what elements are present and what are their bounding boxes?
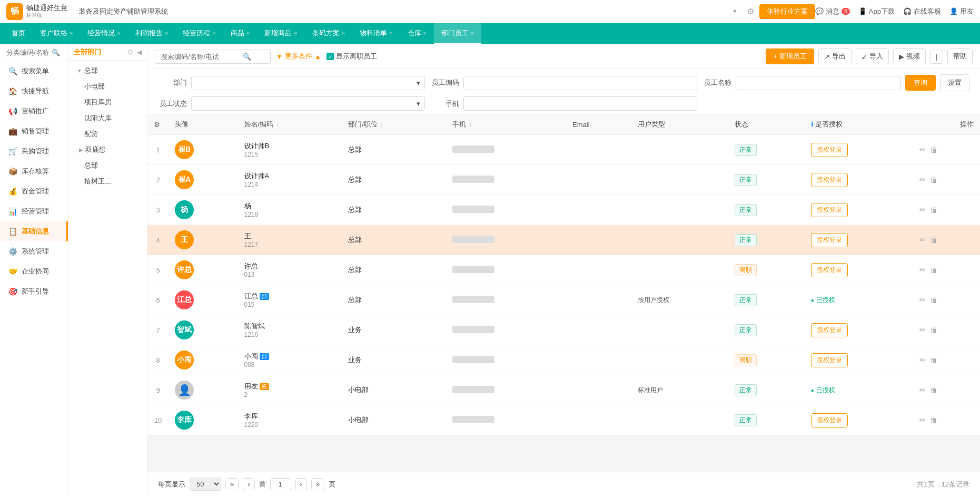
export-btn[interactable]: ↗ 导出 [818, 48, 852, 64]
close-icon[interactable]: × [117, 30, 120, 36]
dropdown-arrow-system[interactable]: ▼ [732, 8, 737, 14]
sidebar-item-sales[interactable]: 💼 销售管理 [0, 121, 68, 141]
sidebar-search-icon[interactable]: 🔍 [52, 48, 60, 56]
message-btn[interactable]: 💬 消息 6 [815, 7, 850, 16]
tab-home[interactable]: 首页 [4, 23, 33, 44]
sidebar-item-guide[interactable]: 🎯 新手引导 [0, 281, 68, 302]
dept-collapse-icon[interactable]: ◀ [137, 48, 142, 56]
sidebar-item-marketing[interactable]: 📢 营销推广 [0, 101, 68, 121]
delete-icon[interactable]: 🗑 [930, 326, 937, 334]
delete-icon[interactable]: 🗑 [930, 296, 937, 304]
edit-icon[interactable]: ✏ [919, 145, 926, 154]
tab-operation[interactable]: 经营情况 × [80, 23, 127, 44]
prev-page-btn[interactable]: ‹ [243, 478, 254, 490]
view-btn[interactable]: ▶ 视频 [893, 48, 926, 64]
tab-customer[interactable]: 客户联络 × [33, 23, 80, 44]
dept-item-distribution[interactable]: 配货 [68, 126, 147, 142]
edit-icon[interactable]: ✏ [919, 416, 926, 424]
th-name-code[interactable]: 姓名/编码 ↕ [238, 114, 342, 135]
edit-icon[interactable]: ✏ [919, 386, 926, 394]
next-page-btn[interactable]: › [295, 478, 307, 490]
auth-login-btn[interactable]: 授权登录 [811, 233, 848, 247]
edit-icon[interactable]: ✏ [919, 236, 926, 244]
more-btn[interactable]: 帮助 [947, 48, 973, 64]
delete-icon[interactable]: 🗑 [930, 266, 937, 274]
th-dept-position[interactable]: 部门/职位 ↕ [342, 114, 446, 135]
auth-login-btn[interactable]: 授权登录 [811, 353, 848, 367]
more-filter-btn[interactable]: ▼ 更多条件 ▲ [276, 52, 321, 61]
sidebar-item-basic[interactable]: 📋 基础信息 [0, 221, 68, 241]
close-icon[interactable]: × [342, 30, 345, 36]
tab-new-goods[interactable]: 新增商品 × [257, 23, 304, 44]
dept-item-hq[interactable]: 总部 [68, 158, 147, 173]
delete-icon[interactable]: 🗑 [930, 386, 937, 394]
close-icon[interactable]: × [70, 30, 73, 36]
tab-profit[interactable]: 利润报告 × [128, 23, 175, 44]
sidebar-item-business[interactable]: 📊 经营管理 [0, 201, 68, 221]
sidebar-search-input[interactable] [6, 48, 48, 56]
auth-login-btn[interactable]: 授权登录 [811, 203, 848, 217]
edit-icon[interactable]: ✏ [919, 296, 926, 304]
delete-icon[interactable]: 🗑 [930, 145, 937, 154]
dept-item-shuanglu[interactable]: ▶ 双鹿想 [68, 142, 147, 158]
dept-all-header[interactable]: 全部部门 [74, 47, 101, 57]
edit-icon[interactable]: ✏ [919, 356, 926, 364]
close-icon[interactable]: × [212, 30, 215, 36]
help-btn[interactable]: | [930, 50, 943, 64]
tab-history[interactable]: 经营历程 × [175, 23, 223, 44]
th-phone[interactable]: 手机 ↕ [446, 114, 566, 135]
dept-item-small-elec[interactable]: 小电部 [68, 79, 147, 94]
try-btn[interactable]: 体验行业方案 [759, 4, 815, 19]
close-icon[interactable]: × [246, 30, 250, 36]
settings-btn[interactable]: ⚙ [741, 4, 759, 19]
sidebar-item-nav[interactable]: 🏠 快捷导航 [0, 81, 68, 101]
edit-icon[interactable]: ✏ [919, 206, 926, 214]
tab-dept-staff[interactable]: 部门员工 × [434, 23, 481, 44]
online-service-btn[interactable]: 🎧 在线客服 [903, 7, 941, 16]
dept-filter-select[interactable]: ▾ [191, 76, 425, 90]
emp-code-input[interactable] [463, 76, 697, 90]
auth-login-btn[interactable]: 授权登录 [811, 323, 848, 337]
delete-icon[interactable]: 🗑 [930, 176, 937, 184]
import-btn[interactable]: ↙ 导入 [856, 48, 889, 64]
page-input[interactable] [270, 478, 291, 490]
delete-icon[interactable]: 🗑 [930, 356, 937, 364]
sidebar-item-purchase[interactable]: 🛒 采购管理 [0, 141, 68, 161]
close-icon[interactable]: × [294, 30, 297, 36]
first-page-btn[interactable]: « [225, 478, 239, 490]
tab-warehouse[interactable]: 仓库 × [400, 23, 434, 44]
sidebar-item-system[interactable]: ⚙️ 系统管理 [0, 241, 68, 261]
search-input[interactable] [161, 53, 240, 61]
show-resigned-toggle[interactable]: ✓ 显示离职员工 [326, 52, 377, 61]
emp-name-input[interactable] [736, 76, 901, 90]
last-page-btn[interactable]: » [311, 478, 324, 490]
close-icon[interactable]: × [471, 30, 474, 36]
user-btn[interactable]: 👤 用友 [949, 7, 974, 16]
tab-goods[interactable]: 商品 × [223, 23, 257, 44]
edit-icon[interactable]: ✏ [919, 266, 926, 274]
auth-login-btn[interactable]: 授权登录 [811, 413, 848, 427]
phone-input[interactable] [463, 96, 697, 111]
auth-login-btn[interactable]: 授权登录 [811, 263, 848, 277]
auth-login-btn[interactable]: 授权登录 [811, 173, 848, 187]
sidebar-item-search[interactable]: 🔍 搜索菜单 [0, 61, 68, 81]
set-btn[interactable]: 设置 [940, 74, 969, 91]
checkbox-icon[interactable]: ✓ [326, 53, 334, 60]
dept-item-project[interactable]: 项目库房 [68, 94, 147, 110]
per-page-select[interactable]: 50 20 100 [190, 478, 221, 491]
delete-icon[interactable]: 🗑 [930, 416, 937, 424]
edit-icon[interactable]: ✏ [919, 176, 926, 184]
sidebar-item-collab[interactable]: 🤝 企业协同 [0, 261, 68, 281]
delete-icon[interactable]: 🗑 [930, 236, 937, 244]
close-icon[interactable]: × [389, 30, 392, 36]
dept-item-general[interactable]: ▼ 总部 [68, 63, 147, 79]
add-employee-btn[interactable]: + 新增员工 [766, 48, 814, 64]
app-download-btn[interactable]: 📱 App下载 [858, 7, 895, 16]
status-filter-select[interactable]: ▾ [191, 96, 425, 111]
edit-icon[interactable]: ✏ [919, 326, 926, 334]
search-filter-input[interactable]: 🔍 [155, 50, 271, 64]
tab-barcode[interactable]: 条码方案 × [305, 23, 352, 44]
tab-bom[interactable]: 物料清单 × [352, 23, 400, 44]
sidebar-item-inventory[interactable]: 📦 库存核算 [0, 161, 68, 181]
query-btn[interactable]: 查询 [905, 75, 936, 91]
